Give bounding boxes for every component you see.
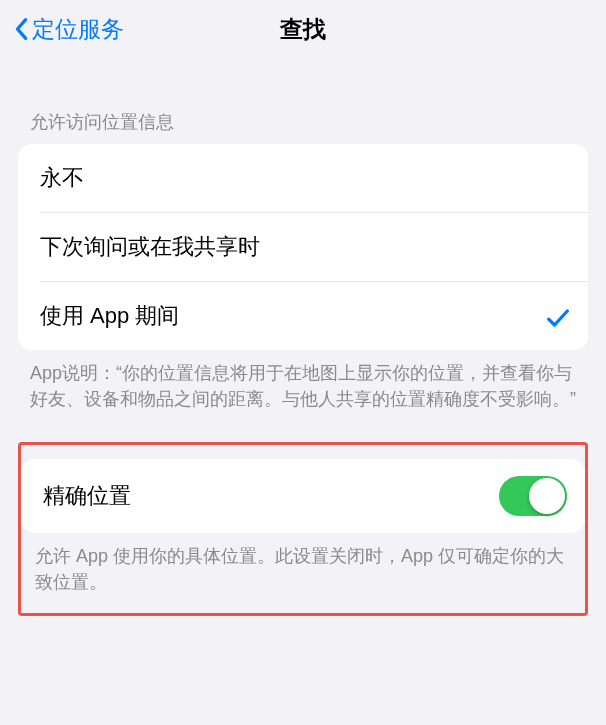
precise-location-group: 精确位置 [21,459,585,533]
chevron-left-icon [12,15,30,43]
section-header-access: 允许访问位置信息 [0,110,606,144]
back-label: 定位服务 [32,14,124,45]
option-never[interactable]: 永不 [18,144,588,212]
precise-location-row: 精确位置 [21,459,585,533]
location-access-group: 永不 下次询问或在我共享时 使用 App 期间 [18,144,588,350]
option-label: 下次询问或在我共享时 [40,232,260,262]
checkmark-icon [544,304,568,328]
highlight-box: 精确位置 允许 App 使用你的具体位置。此设置关闭时，App 仅可确定你的大致… [18,442,588,616]
precise-location-toggle[interactable] [499,476,567,516]
nav-bar: 定位服务 查找 [0,0,606,58]
page-title: 查找 [280,14,326,45]
toggle-label: 精确位置 [43,481,131,511]
option-label: 永不 [40,163,84,193]
toggle-knob [529,478,565,514]
content: 允许访问位置信息 永不 下次询问或在我共享时 使用 App 期间 App说明：“… [0,58,606,616]
section-footer-access: App说明：“你的位置信息将用于在地图上显示你的位置，并查看你与好友、设备和物品… [0,350,606,412]
section-footer-precise: 允许 App 使用你的具体位置。此设置关闭时，App 仅可确定你的大致位置。 [21,533,585,595]
back-button[interactable]: 定位服务 [8,14,124,45]
option-while-using[interactable]: 使用 App 期间 [40,281,588,350]
option-label: 使用 App 期间 [40,301,179,331]
option-ask-next-time[interactable]: 下次询问或在我共享时 [40,212,588,281]
